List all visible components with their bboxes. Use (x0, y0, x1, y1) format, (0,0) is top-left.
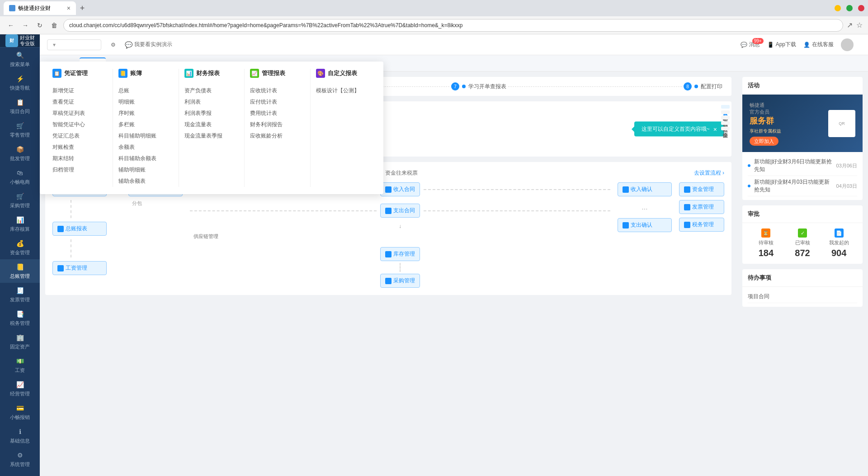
sidebar-icon-13: 💵 (15, 357, 24, 366)
sidebar-label-8: 资金管理 (10, 249, 30, 256)
fund-mgmt-box[interactable]: 资金管理 (679, 182, 724, 196)
menu-assist-balance[interactable]: 辅助余额表 (118, 176, 173, 187)
minimize-button[interactable] (835, 5, 841, 11)
activity-item-1[interactable]: 新功能|好业财3月6日功能更新抢先知 03月06日 (748, 156, 857, 176)
browser-tab[interactable]: 畅捷通好业财 × (4, 1, 76, 15)
menu-profit-report[interactable]: 财务利润报告 (250, 119, 305, 130)
sidebar-icon-5: 🛍 (15, 168, 24, 177)
pending-stat[interactable]: ⏳ 待审核 184 (748, 228, 784, 258)
sidebar-item-企业协同[interactable]: 🤝企业协同 (0, 471, 40, 476)
sidebar-item-搜索菜单[interactable]: 🔍搜索菜单 (0, 48, 40, 71)
sidebar-item-采购管理[interactable]: 🛒采购管理 (0, 189, 40, 212)
fund-icon (684, 186, 690, 193)
help-center-label[interactable]: 帮助中心 (721, 110, 730, 114)
menu-cashflow[interactable]: 现金流量表 (184, 119, 239, 130)
menu-new-voucher[interactable]: 新增凭证 (52, 85, 107, 96)
sidebar-item-批发管理[interactable]: 📦批发管理 (0, 142, 40, 165)
approved-stat[interactable]: ✓ 已审核 872 (784, 228, 821, 258)
activity-item-2[interactable]: 新功能|好业财4月03日功能更新抢先知 04月03日 (748, 176, 857, 196)
menu-view-voucher[interactable]: 查看凭证 (52, 96, 107, 108)
menu-assist-detail[interactable]: 辅助明细账 (118, 164, 173, 176)
menu-expense-stat[interactable]: 费用统计表 (250, 108, 305, 119)
user-avatar[interactable] (841, 38, 854, 51)
sidebar-item-经营管理[interactable]: 📈经营管理 (0, 377, 40, 400)
income-confirm-box[interactable]: 收入确认 (618, 182, 672, 196)
menu-archive[interactable]: 归档管理 (52, 164, 107, 176)
income-contract-box[interactable]: 收入合同 (380, 182, 420, 196)
sidebar-item-零售管理[interactable]: 🛒零售管理 (0, 118, 40, 142)
sidebar-item-系统管理[interactable]: ⚙系统管理 (0, 447, 40, 471)
back-button[interactable]: ← (5, 20, 16, 31)
forward-button[interactable]: → (20, 20, 31, 31)
menu-balance-sheet[interactable]: 余额表 (118, 142, 173, 153)
step-dot-7 (462, 85, 466, 88)
sidebar-item-固定资产[interactable]: 🏢固定资产 (0, 330, 40, 353)
go-setup-link[interactable]: 去设置流程 › (694, 169, 724, 177)
menu-section-financial-report: 📊 财务报表 资产负债表 利润表 利润表季报 现金流量表 现金流量表季报 (179, 69, 245, 187)
new-tab-button[interactable]: + (76, 2, 89, 14)
wage-box[interactable]: 工资管理 (52, 261, 107, 275)
ledger-box[interactable]: 总账报表 (52, 222, 107, 236)
menu-account-check[interactable]: 对账检查 (52, 142, 107, 153)
menu-period-close[interactable]: 期末结转 (52, 153, 107, 164)
desktop-shortcut-label[interactable]: 桌面快捷 (721, 127, 730, 130)
sidebar-item-工资[interactable]: 💵工资 (0, 353, 40, 377)
menu-payable-stat[interactable]: 应付统计表 (250, 96, 305, 108)
expense-contract-box[interactable]: 支出合同 (380, 204, 420, 218)
join-btn[interactable]: 立即加入 (750, 137, 778, 146)
expense-confirm-box[interactable]: 支出确认 (618, 218, 672, 232)
menu-receivable-stat[interactable]: 应收统计表 (250, 85, 305, 96)
sidebar-item-小畅报销[interactable]: 💳小畅报销 (0, 400, 40, 424)
notification-button[interactable]: 💬 消息 99+ (741, 41, 760, 48)
sidebar-item-发票管理[interactable]: 🧾发票管理 (0, 283, 40, 306)
invoice-mgmt-box[interactable]: 发票管理 (679, 200, 724, 214)
url-input[interactable]: cloud.chanjet.com/cc/u6d89qwnryel/57bfsk… (63, 19, 843, 32)
tab-close-btn[interactable]: × (67, 5, 71, 12)
menu-general-ledger[interactable]: 总账 (118, 85, 173, 96)
delete-button[interactable]: 🗑 (49, 20, 60, 31)
online-service-button[interactable]: 👤 在线客服 (803, 41, 834, 48)
menu-cashflow-quarterly[interactable]: 现金流量表季报 (184, 130, 239, 142)
menu-balance-sheet-report[interactable]: 资产负债表 (184, 85, 239, 96)
menu-detail-ledger[interactable]: 明细账 (118, 96, 173, 108)
menu-receivable-aging[interactable]: 应收账龄分析 (250, 130, 305, 142)
maximize-button[interactable] (846, 5, 853, 11)
service-community-label[interactable]: 服务社区 (721, 121, 730, 125)
sidebar-item-基础信息[interactable]: ℹ基础信息 (0, 424, 40, 447)
close-button[interactable] (858, 5, 864, 11)
client-hotline-label[interactable]: 客服热线 (721, 116, 730, 119)
app-download-button[interactable]: 📱 App下载 (767, 41, 796, 48)
bookmark-icon[interactable]: ↗ (847, 21, 853, 29)
purchase-box[interactable]: 采购管理 (380, 274, 420, 288)
hint-close-button[interactable]: × (713, 125, 717, 133)
demo-button[interactable]: 💬 我要看实例演示 (125, 41, 172, 48)
sidebar-item-快捷导航[interactable]: ⚡快捷导航 (0, 71, 40, 95)
sidebar-item-项目合同[interactable]: 📋项目合同 (0, 95, 40, 118)
homepage-label[interactable]: 首页设置 (721, 105, 730, 109)
settings-icon-button[interactable]: ⚙ (107, 38, 119, 51)
inventory-box[interactable]: 库存管理 (380, 247, 420, 261)
menu-income-statement[interactable]: 利润表 (184, 96, 239, 108)
todo-item-project[interactable]: 项目合同 (748, 290, 857, 303)
sidebar-item-税务管理[interactable]: 📑税务管理 (0, 306, 40, 330)
menu-voucher-summary[interactable]: 凭证汇总表 (52, 130, 107, 142)
menu-multi-column[interactable]: 多栏账 (118, 119, 173, 130)
menu-template-design[interactable]: 模板设计【公测】 (316, 85, 371, 96)
company-selector[interactable]: ▾ (47, 39, 101, 50)
menu-sequential-ledger[interactable]: 序时账 (118, 108, 173, 119)
sidebar-item-小畅电商[interactable]: 🛍小畅电商 (0, 165, 40, 189)
sidebar-item-资金管理[interactable]: 💰资金管理 (0, 236, 40, 259)
star-icon[interactable]: ☆ (856, 21, 863, 29)
sidebar-item-库存核算[interactable]: 📊库存核算 (0, 212, 40, 236)
sidebar-item-总账管理[interactable]: 📒总账管理 (0, 259, 40, 283)
refresh-button[interactable]: ↻ (34, 20, 45, 31)
sidebar-label-0: 搜索菜单 (10, 61, 30, 68)
tax-mgmt-box[interactable]: 税务管理 (679, 218, 724, 232)
my-initiated-stat[interactable]: 📄 我发起的 904 (821, 228, 857, 258)
menu-subject-assist-detail[interactable]: 科目辅助明细账 (118, 130, 173, 142)
menu-subject-assist-balance[interactable]: 科目辅助余额表 (118, 153, 173, 164)
menu-draft-voucher[interactable]: 草稿凭证列表 (52, 108, 107, 119)
banner-cta[interactable]: 立即加入 (750, 138, 781, 145)
menu-income-quarterly[interactable]: 利润表季报 (184, 108, 239, 119)
menu-smart-voucher[interactable]: 智能凭证中心 (52, 119, 107, 130)
